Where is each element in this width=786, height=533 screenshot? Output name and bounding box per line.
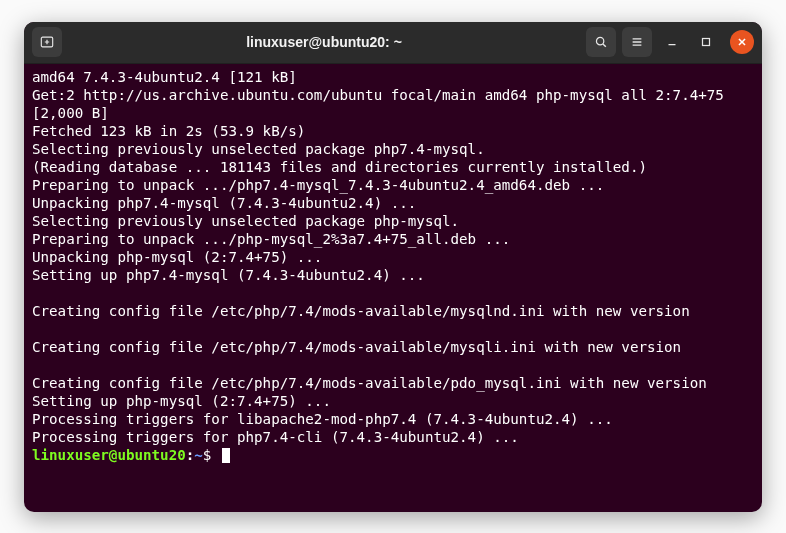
terminal-line: Processing triggers for libapache2-mod-p… xyxy=(32,410,754,428)
terminal-line: Creating config file /etc/php/7.4/mods-a… xyxy=(32,374,754,392)
close-icon xyxy=(735,35,749,49)
new-tab-icon xyxy=(40,35,54,49)
terminal-line: Processing triggers for php7.4-cli (7.4.… xyxy=(32,428,754,446)
terminal-line: Unpacking php-mysql (2:7.4+75) ... xyxy=(32,248,754,266)
terminal-line: Fetched 123 kB in 2s (53.9 kB/s) xyxy=(32,122,754,140)
minimize-icon xyxy=(665,35,679,49)
terminal-line: Preparing to unpack .../php-mysql_2%3a7.… xyxy=(32,230,754,248)
terminal-line: Get:2 http://us.archive.ubuntu.com/ubunt… xyxy=(32,86,754,122)
titlebar: linuxuser@ubuntu20: ~ xyxy=(24,22,762,64)
prompt-dollar: $ xyxy=(203,447,220,463)
prompt-path: ~ xyxy=(194,447,203,463)
terminal-line xyxy=(32,320,754,338)
terminal-line: amd64 7.4.3-4ubuntu2.4 [121 kB] xyxy=(32,68,754,86)
close-button[interactable] xyxy=(730,30,754,54)
titlebar-left xyxy=(32,27,62,57)
terminal-line: Selecting previously unselected package … xyxy=(32,212,754,230)
prompt-userhost: linuxuser@ubuntu20 xyxy=(32,447,186,463)
search-icon xyxy=(594,35,608,49)
prompt-line[interactable]: linuxuser@ubuntu20:~$ xyxy=(32,446,754,464)
terminal-window: linuxuser@ubuntu20: ~ xyxy=(24,22,762,512)
svg-rect-9 xyxy=(703,39,710,46)
svg-point-3 xyxy=(596,37,603,44)
hamburger-icon xyxy=(630,35,644,49)
new-tab-button[interactable] xyxy=(32,27,62,57)
terminal-line: Preparing to unpack .../php7.4-mysql_7.4… xyxy=(32,176,754,194)
window-title: linuxuser@ubuntu20: ~ xyxy=(68,34,580,50)
menu-button[interactable] xyxy=(622,27,652,57)
terminal-line: Unpacking php7.4-mysql (7.4.3-4ubuntu2.4… xyxy=(32,194,754,212)
terminal-line xyxy=(32,284,754,302)
terminal-line: (Reading database ... 181143 files and d… xyxy=(32,158,754,176)
terminal-body[interactable]: amd64 7.4.3-4ubuntu2.4 [121 kB]Get:2 htt… xyxy=(24,64,762,512)
titlebar-right xyxy=(586,27,754,57)
prompt-colon: : xyxy=(186,447,195,463)
terminal-line: Creating config file /etc/php/7.4/mods-a… xyxy=(32,338,754,356)
cursor xyxy=(222,448,230,463)
terminal-line: Setting up php7.4-mysql (7.4.3-4ubuntu2.… xyxy=(32,266,754,284)
svg-line-4 xyxy=(603,44,606,47)
terminal-line: Setting up php-mysql (2:7.4+75) ... xyxy=(32,392,754,410)
terminal-line: Creating config file /etc/php/7.4/mods-a… xyxy=(32,302,754,320)
minimize-button[interactable] xyxy=(658,27,686,57)
search-button[interactable] xyxy=(586,27,616,57)
maximize-icon xyxy=(699,35,713,49)
terminal-line: Selecting previously unselected package … xyxy=(32,140,754,158)
terminal-line xyxy=(32,356,754,374)
maximize-button[interactable] xyxy=(692,27,720,57)
